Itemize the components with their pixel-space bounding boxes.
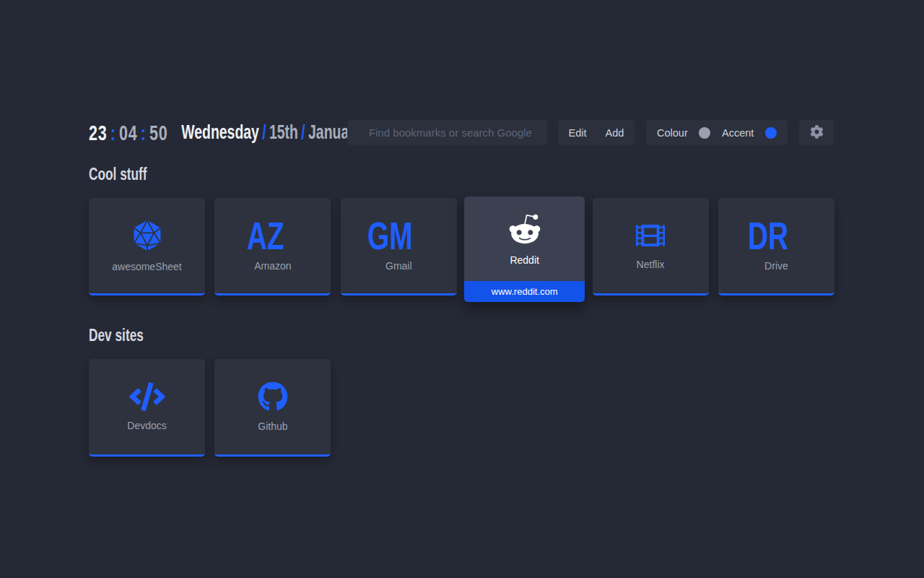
bookmark-url-tooltip: www.reddit.com bbox=[464, 281, 585, 302]
bookmark-card[interactable]: AZAmazon bbox=[214, 198, 331, 296]
settings-button[interactable] bbox=[799, 120, 834, 145]
bookmark-label: Gmail bbox=[385, 260, 412, 272]
accent-swatch[interactable] bbox=[765, 127, 777, 139]
gear-icon bbox=[810, 125, 824, 141]
bookmark-card[interactable]: Devdocs bbox=[89, 359, 205, 457]
bookmark-card-body: AZAmazon bbox=[214, 198, 331, 293]
clock-minutes: 04 bbox=[119, 121, 137, 144]
bookmark-label: Netflix bbox=[637, 259, 665, 270]
bookmark-card-body: Devdocs bbox=[89, 359, 205, 454]
bookmark-card[interactable]: GMGmail bbox=[341, 198, 457, 296]
d20-dice-icon bbox=[131, 219, 164, 252]
bookmark-section: Cool stuffawesomeSheetAZAmazonGMGmailRed… bbox=[89, 165, 840, 302]
film-icon bbox=[636, 221, 665, 250]
date-separator: / bbox=[259, 121, 269, 143]
bookmark-card-body: DRDrive bbox=[718, 198, 834, 293]
github-icon bbox=[258, 381, 288, 412]
bookmark-card[interactable]: Netflix bbox=[593, 198, 709, 296]
search-input[interactable] bbox=[347, 120, 547, 145]
bookmark-card[interactable]: awesomeSheet bbox=[89, 198, 205, 296]
clock-hours: 23 bbox=[89, 121, 107, 144]
bookmark-label: awesomeSheet bbox=[112, 261, 182, 272]
clock-separator: : bbox=[138, 121, 150, 144]
colour-toggle-label: Colour bbox=[657, 127, 688, 139]
bookmark-label: Github bbox=[258, 420, 287, 432]
edit-add-group: Edit Add bbox=[558, 120, 635, 145]
date-day: 15th bbox=[269, 121, 298, 143]
bookmark-label: Reddit bbox=[510, 254, 539, 266]
reddit-icon bbox=[508, 212, 541, 246]
bookmark-section: Dev sitesDevdocsGithub bbox=[89, 327, 840, 457]
clock-seconds: 50 bbox=[149, 121, 167, 144]
section-title: Dev sites bbox=[89, 327, 840, 344]
section-title: Cool stuff bbox=[89, 165, 840, 183]
date-weekday: Wednesday bbox=[181, 121, 259, 143]
bookmark-card-body: awesomeSheet bbox=[89, 198, 205, 293]
bookmark-label: Devdocs bbox=[127, 420, 166, 431]
clock: 23:04:50 bbox=[89, 121, 168, 145]
bookmark-card-body: Netflix bbox=[593, 198, 709, 293]
bookmark-row: awesomeSheetAZAmazonGMGmailRedditwww.red… bbox=[89, 198, 840, 302]
bookmark-row: DevdocsGithub bbox=[89, 359, 840, 457]
bookmark-card[interactable]: Redditwww.reddit.com bbox=[464, 197, 585, 302]
bookmark-card[interactable]: Github bbox=[214, 359, 331, 457]
code-icon bbox=[129, 382, 165, 411]
bookmark-card-body: Github bbox=[214, 359, 331, 454]
top-bar: 23:04:50 Wednesday/15th/January Edit Add… bbox=[0, 120, 924, 145]
bookmark-card[interactable]: DRDrive bbox=[718, 198, 834, 296]
bookmark-sections: Cool stuffawesomeSheetAZAmazonGMGmailRed… bbox=[89, 165, 840, 457]
bookmark-card-body: Reddit bbox=[464, 197, 585, 281]
bookmark-abbr-icon: AZ bbox=[247, 220, 299, 251]
theme-toggles: Colour Accent bbox=[646, 120, 788, 145]
bookmark-card-body: GMGmail bbox=[341, 198, 457, 293]
bookmark-abbr-icon: DR bbox=[748, 220, 804, 251]
colour-swatch[interactable] bbox=[699, 127, 710, 139]
date: Wednesday/15th/January bbox=[181, 121, 362, 144]
clock-separator: : bbox=[107, 121, 119, 144]
bookmark-abbr-icon: GM bbox=[367, 220, 430, 251]
edit-button[interactable]: Edit bbox=[559, 127, 596, 139]
bookmark-label: Drive bbox=[764, 260, 788, 272]
bookmark-label: Amazon bbox=[254, 260, 291, 272]
date-separator: / bbox=[298, 121, 308, 143]
accent-toggle-label: Accent bbox=[722, 127, 754, 139]
add-button[interactable]: Add bbox=[596, 127, 634, 139]
